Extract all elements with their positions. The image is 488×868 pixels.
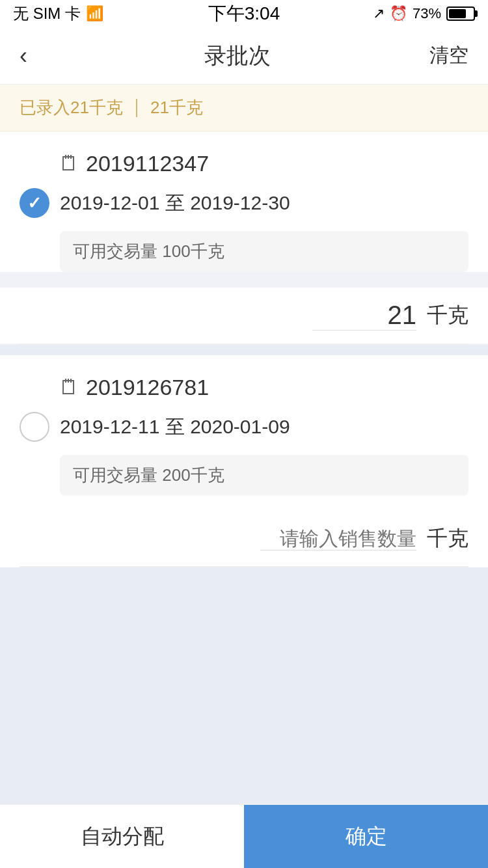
back-button[interactable]: ‹	[20, 42, 59, 70]
battery-percent: 73%	[413, 5, 441, 22]
batch1-unit: 千克	[427, 301, 468, 330]
batch2-id: 2019126781	[86, 375, 209, 400]
batch2-card: 🗒 2019126781 2019-12-11 至 2020-01-09 可用交…	[0, 355, 488, 567]
batch1-header: 🗒 2019112347	[59, 151, 468, 176]
status-left: 无 SIM 卡 📶	[13, 3, 103, 24]
batch2-qty-input[interactable]	[260, 528, 416, 550]
batch1-amount-row: 千克	[0, 288, 488, 344]
batch2-header: 🗒 2019126781	[59, 375, 468, 400]
batch2-radio[interactable]	[20, 412, 49, 442]
alarm-icon: ⏰	[390, 5, 407, 22]
auto-distribute-button[interactable]: 自动分配	[0, 805, 244, 868]
info-divider	[136, 99, 137, 117]
batch2-date-range: 2019-12-11 至 2020-01-09	[60, 414, 290, 441]
batch1-date-range: 2019-12-01 至 2019-12-30	[60, 190, 290, 217]
batch1-amount-input[interactable]	[312, 301, 416, 331]
page-title: 录批次	[204, 41, 271, 71]
batch1-icon: 🗒	[59, 152, 79, 176]
batch2-section: 🗒 2019126781 2019-12-11 至 2020-01-09 可用交…	[0, 355, 488, 496]
batch2-input-row: 千克	[0, 511, 488, 566]
batch2-available: 可用交易量 200千克	[60, 455, 468, 496]
status-time: 下午3:04	[208, 1, 280, 26]
batch1-card: 🗒 2019112347 2019-12-01 至 2019-12-30 可用交…	[0, 131, 488, 272]
total-text: 21千克	[150, 96, 203, 119]
wifi-icon: 📶	[86, 5, 103, 22]
bottom-bar: 自动分配 确定	[0, 804, 488, 868]
batch2-icon: 🗒	[59, 375, 79, 400]
battery-bar	[446, 7, 475, 21]
status-right: ↗ ⏰ 73%	[373, 5, 475, 22]
info-banner: 已录入21千克 21千克	[0, 85, 488, 131]
location-icon: ↗	[373, 5, 385, 22]
confirm-button[interactable]: 确定	[244, 805, 488, 868]
already-entered-text: 已录入21千克	[20, 96, 123, 119]
batch1-row: 2019-12-01 至 2019-12-30	[20, 188, 468, 218]
nav-bar: ‹ 录批次 清空	[0, 27, 488, 85]
battery-fill	[449, 9, 466, 18]
status-bar: 无 SIM 卡 📶 下午3:04 ↗ ⏰ 73%	[0, 0, 488, 27]
batch1-radio[interactable]	[20, 188, 49, 218]
batch2-unit: 千克	[427, 524, 468, 553]
batch1-available: 可用交易量 100千克	[60, 231, 468, 272]
clear-button[interactable]: 清空	[416, 42, 468, 69]
batch2-row: 2019-12-11 至 2020-01-09	[20, 412, 468, 442]
section-divider	[0, 345, 488, 355]
batch1-id: 2019112347	[86, 151, 209, 176]
sim-text: 无 SIM 卡	[13, 3, 81, 24]
